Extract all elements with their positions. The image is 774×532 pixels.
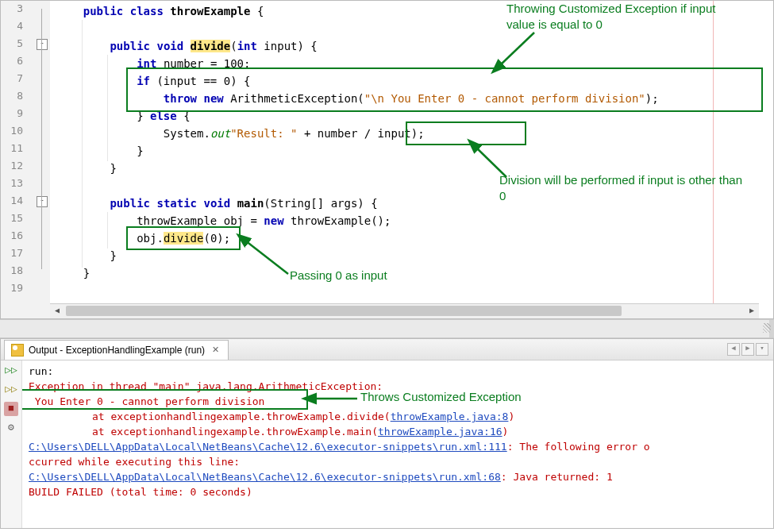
output-content[interactable]: run: Exception in thread "main" java.lan… <box>22 360 773 528</box>
editor-pane: 3 4 5 6 7 8 9 10 11 12 13 14 15 16 17 18… <box>0 0 774 319</box>
line-num: 7 <box>1 72 23 84</box>
output-line: at exceptionhandlingexample.throwExample… <box>92 424 767 439</box>
arrow-icon <box>471 144 518 183</box>
line-num: 3 <box>1 2 23 14</box>
stop-icon[interactable]: ■ <box>4 402 18 416</box>
arrow-icon <box>495 33 542 72</box>
code-area[interactable]: public class throwExample { public void … <box>50 1 773 318</box>
line-num: 5 <box>1 37 23 49</box>
file-link[interactable]: C:\Users\DELL\AppData\Local\NetBeans\Cac… <box>29 441 507 453</box>
settings-icon[interactable]: ⚙ <box>4 421 18 435</box>
annotation-label: Passing 0 as input <box>290 268 387 283</box>
code-line[interactable]: } <box>56 142 144 160</box>
line-num: 12 <box>1 160 23 172</box>
fold-toggle-icon[interactable]: - <box>37 39 48 50</box>
line-num: 9 <box>1 107 23 119</box>
code-line[interactable]: public class throwExample { <box>56 2 264 20</box>
output-line: Exception in thread "main" java.lang.Ari… <box>29 379 767 394</box>
output-line: ccurred while executing this line: <box>29 454 767 469</box>
code-line[interactable]: int number = 100; <box>56 55 250 72</box>
line-num: 15 <box>1 212 23 224</box>
line-num: 10 <box>1 125 23 137</box>
output-tab-label: Output - ExceptionHandlingExample (run) <box>29 345 205 356</box>
gutter: 3 4 5 6 7 8 9 10 11 12 13 14 15 16 17 18… <box>1 1 51 318</box>
tab-prev-icon[interactable]: ◀ <box>727 343 740 356</box>
arrow-icon <box>241 236 296 279</box>
stacktrace-link[interactable]: throwExample.java:16 <box>378 426 503 438</box>
code-line[interactable]: throw new ArithmeticException("\n You En… <box>56 90 659 107</box>
annotation-label: Division will be performed if input is o… <box>499 172 745 203</box>
scroll-right-icon[interactable]: ▶ <box>745 304 759 318</box>
output-line: C:\Users\DELL\AppData\Local\NetBeans\Cac… <box>29 469 767 484</box>
output-line: at exceptionhandlingexample.throwExample… <box>92 409 767 424</box>
output-line: run: <box>29 364 767 379</box>
output-tab[interactable]: Output - ExceptionHandlingExample (run) … <box>4 340 229 360</box>
stacktrace-link[interactable]: throwExample.java:8 <box>391 411 509 422</box>
output-tabbar: Output - ExceptionHandlingExample (run) … <box>1 339 773 360</box>
print-margin <box>713 1 714 318</box>
file-link[interactable]: C:\Users\DELL\AppData\Local\NetBeans\Cac… <box>29 471 501 483</box>
code-line[interactable]: } else { <box>56 107 191 125</box>
output-line: C:\Users\DELL\AppData\Local\NetBeans\Cac… <box>29 439 767 454</box>
svg-line-2 <box>245 241 288 274</box>
line-num: 13 <box>1 177 23 189</box>
line-num: 6 <box>1 55 23 67</box>
horizontal-scrollbar[interactable]: ◀ ▶ <box>50 303 759 318</box>
resize-grip-icon[interactable] <box>763 323 771 333</box>
line-num: 11 <box>1 142 23 154</box>
line-num: 19 <box>1 282 23 294</box>
output-tab-icon <box>11 344 24 357</box>
output-toolbar: ▷▷ ▷▷ ■ ⚙ <box>1 360 22 528</box>
fold-guide <box>41 9 42 269</box>
svg-line-1 <box>476 147 506 177</box>
pane-splitter[interactable] <box>0 319 774 338</box>
line-num: 4 <box>1 20 23 32</box>
tab-next-icon[interactable]: ▶ <box>741 343 754 356</box>
fold-toggle-icon[interactable]: - <box>37 196 48 207</box>
code-line[interactable]: throwExample obj = new throwExample(); <box>56 212 391 229</box>
line-num: 17 <box>1 247 23 259</box>
output-pane: Output - ExceptionHandlingExample (run) … <box>0 338 774 529</box>
scrollbar-thumb[interactable] <box>66 306 622 316</box>
rerun-alt-icon[interactable]: ▷▷ <box>4 383 18 397</box>
code-line[interactable]: public static void main(String[] args) { <box>56 195 378 212</box>
annotation-label: Throwing Customized Exception if input v… <box>506 1 745 32</box>
code-line[interactable]: obj.divide(0); <box>56 229 230 247</box>
svg-line-0 <box>499 33 534 66</box>
close-icon[interactable]: ✕ <box>210 345 221 355</box>
scroll-left-icon[interactable]: ◀ <box>50 304 64 318</box>
output-body: ▷▷ ▷▷ ■ ⚙ run: Exception in thread "main… <box>1 360 773 528</box>
rerun-icon[interactable]: ▷▷ <box>4 364 18 378</box>
line-num: 18 <box>1 264 23 276</box>
code-line[interactable]: System.out"Result: " + number / input); <box>56 125 425 142</box>
code-line[interactable]: } <box>56 247 117 264</box>
tab-menu-icon[interactable]: ▾ <box>756 343 768 356</box>
tab-nav: ◀ ▶ ▾ <box>727 343 768 356</box>
code-line[interactable]: } <box>56 160 117 177</box>
line-num: 14 <box>1 195 23 206</box>
output-line: You Enter 0 - cannot perform division <box>29 394 767 409</box>
output-line: BUILD FAILED (total time: 0 seconds) <box>29 484 767 499</box>
code-line[interactable]: if (input == 0) { <box>56 72 250 90</box>
line-num: 16 <box>1 229 23 241</box>
code-line[interactable]: } <box>56 264 90 282</box>
code-line[interactable]: public void divide(int input) { <box>56 37 318 55</box>
line-num: 8 <box>1 90 23 102</box>
